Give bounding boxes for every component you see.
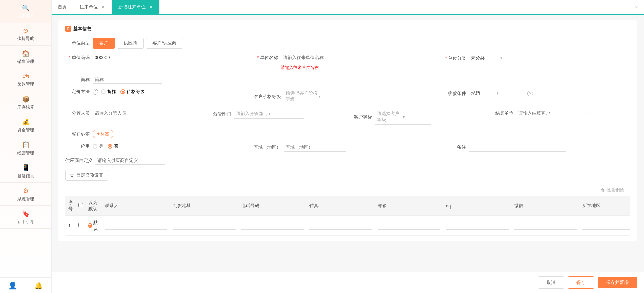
manager-input[interactable] <box>93 109 155 117</box>
tab-new-partner[interactable]: 新增往来单位 ✕ <box>112 0 160 14</box>
table-row: 1 默认 <box>65 216 630 236</box>
customer-price-select[interactable]: 请选择客户价格等级 ▾ <box>284 89 353 104</box>
short-name-label: 简称 <box>65 76 90 83</box>
sidebar-user-icon[interactable]: 👤 <box>8 281 17 290</box>
row-checkbox-input[interactable] <box>78 223 83 227</box>
row-contact[interactable] <box>102 216 170 236</box>
sidebar-item-inventory[interactable]: 📦 库存核算 <box>0 91 51 114</box>
tag-field: 客户标签 + 标签 <box>65 130 630 138</box>
tab-home-label: 首页 <box>58 4 67 10</box>
save-button[interactable]: 保存 <box>568 276 594 289</box>
tab-new-partner-close[interactable]: ✕ <box>149 4 153 10</box>
row-default[interactable]: 默认 <box>86 216 102 236</box>
radio-no[interactable]: 否 <box>108 143 118 149</box>
row-email[interactable] <box>375 216 443 236</box>
unit-code-field: 单位编码 <box>65 54 254 62</box>
unit-category-select[interactable]: 未分类 ▾ <box>469 54 532 63</box>
row-region[interactable] <box>580 216 630 236</box>
remark-input[interactable] <box>469 143 566 152</box>
row-phone[interactable] <box>238 216 307 236</box>
phone-input[interactable] <box>241 221 304 230</box>
row-region-input[interactable] <box>582 221 630 230</box>
unit-name-input[interactable] <box>281 54 364 62</box>
address-input[interactable] <box>173 221 236 230</box>
col-qq: qq <box>443 196 511 216</box>
row-fax[interactable] <box>307 216 375 236</box>
settlement-more-icon[interactable]: ··· <box>582 111 590 116</box>
supplier-custom-label: 供应商自定义 <box>65 157 93 164</box>
sidebar-item-purchase[interactable]: 🛍 采购管理 <box>0 68 51 91</box>
batch-delete-button[interactable]: 🗑 批量删除 <box>600 187 625 193</box>
custom-settings-button[interactable]: ⚙ 自定义项设置 <box>65 170 108 181</box>
sidebar-notify-icon[interactable]: 🔔 <box>34 281 43 290</box>
payment-terms-help-icon[interactable]: ? <box>527 91 533 96</box>
save-and-new-button[interactable]: 保存并新增 <box>598 277 637 288</box>
sidebar-item-quicknav[interactable]: ⊙ 快捷导航 <box>0 23 51 46</box>
col-checkbox[interactable] <box>76 196 86 216</box>
sidebar-item-operations[interactable]: 📋 经营管理 <box>0 137 51 160</box>
row-default-radio-circle <box>88 223 92 228</box>
chevron-down-icon: ▾ <box>500 56 529 60</box>
row-qq[interactable] <box>443 216 511 236</box>
sidebar-item-basic[interactable]: 📱 基础信息 <box>0 160 51 183</box>
unit-code-name-row: 单位编码 单位名称 请输入往来单位名称 单位分类 未分类 <box>65 54 630 71</box>
radio-no-circle <box>108 144 112 149</box>
form-footer: 取消 保存 保存并新增 <box>52 272 644 293</box>
select-all-checkbox[interactable] <box>78 203 83 207</box>
settlement-input[interactable] <box>516 109 579 117</box>
cancel-button[interactable]: 取消 <box>538 276 564 289</box>
sidebar-item-search[interactable]: 🔍 搜索菜单 <box>0 0 51 23</box>
close-all-button[interactable]: ✕ <box>629 0 644 14</box>
qq-input[interactable] <box>446 221 509 230</box>
row-address[interactable] <box>170 216 238 236</box>
tab-partners-close[interactable]: ✕ <box>101 4 105 10</box>
row-seq: 1 <box>65 216 76 236</box>
region-more-icon[interactable]: ··· <box>349 145 358 150</box>
custom-settings-label: 自定义项设置 <box>76 172 103 178</box>
row-wechat[interactable] <box>511 216 580 236</box>
customer-price-label: 客户价格等级 <box>254 93 281 100</box>
supplier-custom-input[interactable] <box>95 156 165 165</box>
wechat-input[interactable] <box>514 221 577 230</box>
pricing-method-help-icon[interactable]: ? <box>93 89 98 95</box>
tab-home[interactable]: 首页 <box>52 0 73 14</box>
unit-type-row: 单位类型 客户 供应商 客户/供应商 <box>65 38 630 49</box>
remark-label: 备注 <box>442 144 466 150</box>
email-input[interactable] <box>378 221 440 230</box>
home-icon: ⊙ <box>23 27 28 34</box>
type-btn-customer[interactable]: 客户 <box>93 38 115 49</box>
payment-terms-select[interactable]: 现结 ▾ <box>469 89 525 98</box>
region-input[interactable] <box>284 143 346 152</box>
radio-yes[interactable]: 是 <box>93 143 103 149</box>
supplier-custom-row: 供应商自定义 <box>65 156 630 165</box>
sidebar-item-label: 资金管理 <box>17 127 34 133</box>
radio-price-level[interactable]: 价格等级 <box>120 89 145 95</box>
manager-field: 分管人员 ··· <box>65 109 207 117</box>
contact-input[interactable] <box>105 221 167 230</box>
manager-more-icon[interactable]: ··· <box>158 111 167 116</box>
customer-level-select[interactable]: 请选择客户等级 ▾ <box>375 109 431 125</box>
radio-discount[interactable]: 折扣 <box>101 89 116 95</box>
type-btn-both[interactable]: 客户/供应商 <box>146 38 183 49</box>
sidebar-item-system[interactable]: ⚙ 系统管理 <box>0 183 51 206</box>
sidebar-item-sales[interactable]: 🏠 销售管理 <box>0 46 51 68</box>
sidebar-item-finance[interactable]: 💰 资金管理 <box>0 114 51 137</box>
unit-code-input[interactable] <box>93 54 162 62</box>
supplier-custom-field: 供应商自定义 <box>65 156 630 165</box>
add-tag-button[interactable]: + 标签 <box>93 130 113 138</box>
settlement-label: 结算单位 <box>489 110 513 116</box>
department-placeholder: 请输入分管部门 <box>236 111 269 117</box>
customer-level-placeholder: 请选择客户等级 <box>377 111 403 123</box>
row-default-radio[interactable]: 默认 <box>88 219 99 232</box>
short-name-input[interactable] <box>93 75 162 84</box>
tag-row: 客户标签 + 标签 <box>65 130 630 138</box>
type-btn-supplier[interactable]: 供应商 <box>117 38 144 49</box>
sidebar-item-guide[interactable]: 🔖 新手引导 <box>0 206 51 229</box>
row-checkbox[interactable] <box>76 216 86 236</box>
department-select[interactable]: 请输入分管部门 ▾ <box>234 109 304 119</box>
tab-partners[interactable]: 往来单位 ✕ <box>73 0 112 14</box>
col-wechat: 微信 <box>511 196 580 216</box>
fax-input[interactable] <box>309 221 372 230</box>
radio-price-level-label: 价格等级 <box>127 89 145 95</box>
form-content: P 基本信息 单位类型 客户 供应商 客户/供应商 单位编码 <box>52 15 644 272</box>
